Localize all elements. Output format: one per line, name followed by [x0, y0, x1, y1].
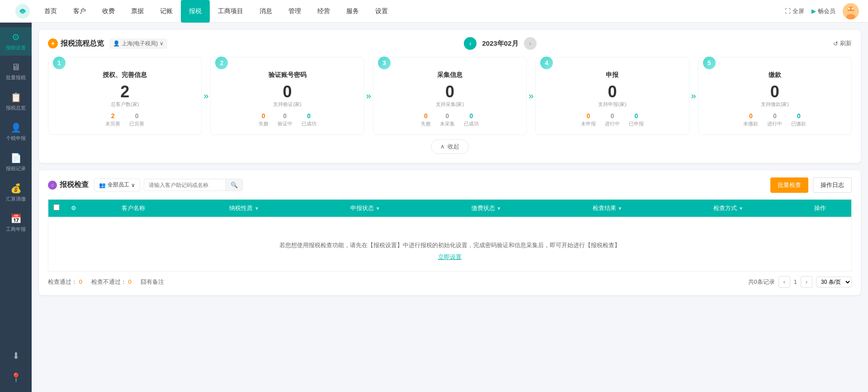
layout: ⚙ 报税设置 🖥 批量报税 📋 报税总览 👤 个税申报 📄 报税记录 💰 汇算清… — [0, 23, 868, 392]
sidebar-item-settlement[interactable]: 💰 汇算清缴 — [0, 178, 32, 207]
immediate-setup-link[interactable]: 立即设置 — [438, 253, 462, 260]
nav-tax[interactable]: 报税 — [181, 0, 210, 23]
stat-num[interactable]: 0 — [635, 112, 638, 120]
collapse-btn[interactable]: ∧ 收起 — [431, 139, 469, 154]
step-number-3: 3 — [378, 57, 391, 69]
footer-fail: 检查不通过： 0 — [91, 278, 132, 286]
sidebar-item-tax-record[interactable]: 📄 报税记录 — [0, 148, 32, 177]
sidebar-item-location[interactable]: 📍 — [0, 368, 32, 387]
avatar[interactable] — [843, 3, 859, 19]
stat-num[interactable]: 0 — [307, 112, 311, 120]
footer-has-note: 囧有备注 — [141, 278, 164, 286]
refresh-btn[interactable]: ↺ 刷新 — [833, 39, 852, 48]
step-stat-2-2: 0 已成功 — [302, 112, 316, 127]
batch-tax-icon: 🖥 — [11, 62, 20, 72]
location-person-icon: 👤 — [113, 40, 120, 47]
stat-num[interactable]: 0 — [262, 112, 265, 120]
search-wrap: 🔍 — [144, 179, 243, 191]
process-step-4: 4 申报 0 支持申报(家) 0 未申报 0 进行中 — [535, 57, 689, 135]
fail-count-link[interactable]: 0 — [128, 278, 131, 285]
stat-label: 失败 — [421, 120, 431, 127]
stat-label: 未申报 — [581, 120, 596, 127]
nav-invoice[interactable]: 票据 — [123, 0, 152, 23]
pass-count-link[interactable]: 0 — [79, 278, 82, 285]
vip-btn[interactable]: ▶ 畅会员 — [811, 7, 835, 15]
settlement-icon: 💰 — [10, 183, 22, 194]
nav-fee[interactable]: 收费 — [94, 0, 123, 23]
filter-icon[interactable]: ▼ — [739, 206, 743, 211]
process-title-area: + 报税流程总览 👤 上海(电子税局) ∨ — [48, 38, 167, 49]
sidebar-item-label: 报税总览 — [6, 105, 26, 111]
nav-client[interactable]: 客户 — [65, 0, 94, 23]
step-title-4: 申报 — [543, 71, 681, 79]
step-sub-label-5: 支持缴款(家) — [706, 101, 844, 108]
step-main-num-4: 0 — [543, 83, 681, 101]
nav-settings[interactable]: 设置 — [367, 0, 396, 23]
footer-left: 检查通过： 0 检查不通过： 0 囧有备注 — [48, 278, 164, 286]
step-stat-4-1: 0 进行中 — [605, 112, 620, 127]
stat-num[interactable]: 0 — [611, 112, 614, 120]
nav-operation[interactable]: 经营 — [309, 0, 338, 23]
sidebar-item-label: 个税申报 — [6, 135, 26, 142]
step-stat-2-0: 0 失败 — [259, 112, 269, 127]
stat-num[interactable]: 0 — [283, 112, 287, 120]
sidebar-item-annual-report[interactable]: 📅 工商年报 — [0, 209, 32, 237]
step-stat-3-1: 0 未采集 — [440, 112, 455, 127]
sidebar-item-batch-tax[interactable]: 🖥 批量报税 — [0, 57, 32, 86]
step-stat-5-0: 0 未缴款 — [743, 112, 758, 127]
nav-message[interactable]: 消息 — [251, 0, 280, 23]
sidebar-item-label: 汇算清缴 — [6, 196, 26, 202]
collapse-up-icon: ∧ — [440, 143, 445, 150]
step-stat-5-1: 0 进行中 — [767, 112, 782, 127]
location-badge[interactable]: 👤 上海(电子税局) ∨ — [109, 38, 167, 49]
th-declare-status: 申报状态 ▼ — [305, 200, 426, 217]
search-button[interactable]: 🔍 — [226, 179, 242, 191]
page-size-select[interactable]: 30 条/页 — [816, 277, 852, 287]
nav-commerce[interactable]: 工商项目 — [210, 0, 251, 23]
stat-num[interactable]: 0 — [773, 112, 777, 120]
search-input[interactable] — [144, 180, 226, 191]
operation-log-btn[interactable]: 操作日志 — [813, 177, 852, 193]
batch-check-btn[interactable]: 批量检查 — [770, 177, 808, 193]
sidebar-item-label: 报税设置 — [6, 44, 26, 51]
stat-num[interactable]: 0 — [749, 112, 753, 120]
sidebar-item-download[interactable]: ⬇ — [0, 346, 32, 366]
filter-icon[interactable]: ▼ — [255, 206, 259, 211]
stat-label: 已申报 — [629, 120, 644, 127]
select-all-checkbox[interactable] — [53, 204, 60, 210]
filter-icon[interactable]: ▼ — [376, 206, 380, 211]
stat-label: 已完善 — [129, 120, 144, 127]
sidebar-item-personal-tax[interactable]: 👤 个税申报 — [0, 118, 32, 146]
sidebar-item-label: 工商年报 — [6, 226, 26, 233]
next-month-btn[interactable]: › — [524, 37, 537, 50]
stat-num[interactable]: 2 — [111, 112, 115, 120]
nav-service[interactable]: 服务 — [338, 0, 367, 23]
stat-num[interactable]: 0 — [470, 112, 473, 120]
prev-month-btn[interactable]: ‹ — [464, 37, 476, 50]
fullscreen-btn[interactable]: ⛶ 全屏 — [785, 7, 804, 15]
stat-label: 已成功 — [302, 120, 316, 127]
stat-num[interactable]: 0 — [446, 112, 449, 120]
filter-icon[interactable]: ▼ — [496, 206, 501, 211]
employee-filter[interactable]: 👥 全部员工 ∨ — [94, 178, 140, 191]
next-page-btn[interactable]: › — [801, 276, 812, 288]
nav-accounting[interactable]: 记账 — [152, 0, 181, 23]
stat-num[interactable]: 0 — [135, 112, 139, 120]
stat-num[interactable]: 0 — [797, 112, 801, 120]
stat-num[interactable]: 0 — [587, 112, 590, 120]
filter-icon[interactable]: ▼ — [618, 206, 622, 211]
step-stats-2: 0 失败 0 验证中 0 已成功 — [218, 112, 356, 127]
th-tax-nature: 纳税性质 ▼ — [184, 200, 305, 217]
filter-group: 👥 全部员工 ∨ 🔍 — [94, 178, 243, 191]
nav-manage[interactable]: 管理 — [280, 0, 309, 23]
step-sub-label-3: 支持采集(家) — [381, 101, 519, 108]
sidebar-item-label: 报税记录 — [6, 165, 26, 172]
gear-icon[interactable]: ⚙ — [71, 205, 76, 211]
step-main-num-1: 2 — [56, 83, 194, 101]
sidebar-item-tax-overview[interactable]: 📋 报税总览 — [0, 87, 32, 116]
stat-num[interactable]: 0 — [424, 112, 428, 120]
footer-pass: 检查通过： 0 — [48, 278, 82, 286]
sidebar-item-tax-settings[interactable]: ⚙ 报税设置 — [0, 27, 32, 56]
prev-page-btn[interactable]: ‹ — [778, 276, 790, 288]
nav-home[interactable]: 首页 — [36, 0, 65, 23]
